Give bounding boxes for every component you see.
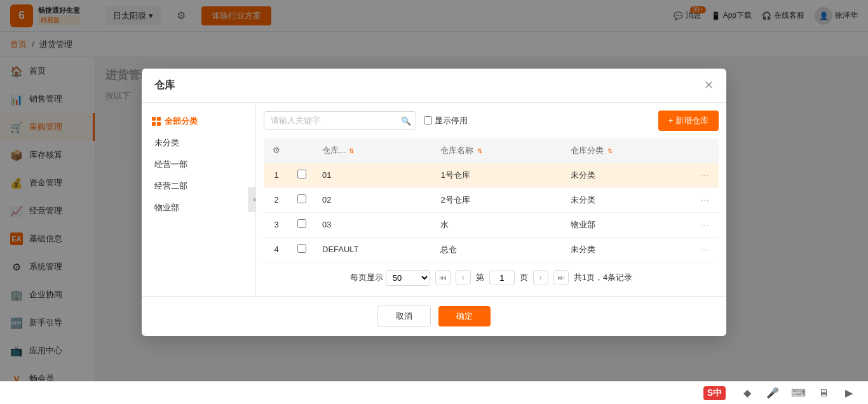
cat-item-unclassified[interactable]: 未分类 (142, 132, 255, 154)
monitor-icon[interactable]: 🖥 (815, 384, 832, 402)
row-code: 01 (315, 163, 433, 187)
next-page-button[interactable]: › (533, 270, 548, 285)
search-wrap: 🔍 (264, 111, 416, 130)
s-logo: S中 (703, 386, 726, 400)
row-code: 02 (315, 187, 433, 212)
col-code: 仓库... ⇅ (315, 138, 433, 163)
row-select-3[interactable] (297, 219, 306, 228)
cancel-button[interactable]: 取消 (377, 306, 431, 327)
table-header: ⚙ 仓库... ⇅ 仓库名称 ⇅ (264, 138, 719, 163)
col-actions (693, 138, 719, 163)
row-checkbox-cell (289, 212, 315, 237)
grid-icon (152, 117, 161, 126)
sort-icon-name: ⇅ (477, 147, 482, 154)
per-page-dropdown[interactable]: 50 100 200 (386, 270, 430, 286)
row-checkbox-cell (289, 237, 315, 262)
category-all-label: 全部分类 (165, 116, 198, 127)
row-category: 未分类 (563, 187, 693, 212)
first-page-button[interactable]: ⏮ (435, 270, 451, 285)
row-select-4[interactable] (297, 244, 306, 253)
col-checkbox (289, 138, 315, 163)
row-select-2[interactable] (297, 194, 306, 203)
row-name: 2号仓库 (433, 187, 563, 212)
row-name: 总仓 (433, 237, 563, 262)
page-word: 第 (476, 272, 484, 283)
mic-icon[interactable]: 🎤 (764, 384, 782, 402)
sort-icon-code: ⇅ (349, 147, 354, 154)
col-gear: ⚙ (264, 138, 289, 163)
keyboard-icon[interactable]: ⌨ (789, 384, 807, 402)
row-checkbox-cell (289, 163, 315, 187)
page-size-select: 每页显示 50 100 200 (350, 270, 430, 286)
show-disabled-label[interactable]: 显示停用 (424, 115, 468, 126)
row-no: 1 (264, 163, 289, 187)
show-disabled-checkbox[interactable] (424, 116, 432, 125)
row-no: 2 (264, 187, 289, 212)
bottom-bar: S中 ◆ 🎤 ⌨ 🖥 ▶ (0, 381, 868, 404)
row-checkbox-cell (289, 187, 315, 212)
total-label: 共1页，4条记录 (574, 272, 632, 283)
cat-item-dept1[interactable]: 经营一部 (142, 154, 255, 175)
row-no: 3 (264, 212, 289, 237)
pagination: 每页显示 50 100 200 ⏮ ‹ 第 页 › ⏭ 共1页，4条记录 (264, 262, 719, 288)
page-input[interactable] (489, 271, 515, 285)
warehouse-dialog: 仓库 ✕ 全部分类 未分类 经营一部 经营二部 物业部 (142, 69, 726, 336)
sort-icon-category: ⇅ (607, 147, 613, 154)
category-panel: 全部分类 未分类 经营一部 经营二部 物业部 « (142, 103, 256, 296)
col-category: 仓库分类 ⇅ (563, 138, 693, 163)
row-more[interactable]: ··· (693, 187, 719, 212)
table-panel: 🔍 显示停用 + 新增仓库 ⚙ (256, 103, 726, 296)
dialog-title: 仓库 (154, 79, 175, 92)
dialog-body: 全部分类 未分类 经营一部 经营二部 物业部 « 🔍 (142, 103, 726, 296)
dialog-footer: 取消 确定 (142, 296, 726, 336)
dialog-header: 仓库 ✕ (142, 69, 726, 103)
row-more[interactable]: ··· (693, 237, 719, 262)
row-category: 未分类 (563, 163, 693, 187)
row-select-1[interactable] (297, 170, 306, 178)
close-icon[interactable]: ✕ (704, 79, 714, 91)
row-category: 物业部 (563, 212, 693, 237)
table-toolbar: 🔍 显示停用 + 新增仓库 (264, 111, 719, 131)
table-row[interactable]: 2 02 2号仓库 未分类 ··· (264, 187, 719, 212)
row-code: DEFAULT (315, 237, 433, 262)
modal-overlay: 仓库 ✕ 全部分类 未分类 经营一部 经营二部 物业部 (0, 0, 868, 404)
table-row[interactable]: 1 01 1号仓库 未分类 ··· (264, 163, 719, 187)
search-input[interactable] (264, 111, 416, 130)
collapse-panel-button[interactable]: « (248, 187, 256, 212)
prev-page-button[interactable]: ‹ (456, 270, 471, 285)
table-container: ⚙ 仓库... ⇅ 仓库名称 ⇅ (264, 138, 719, 262)
per-page-label: 每页显示 (350, 272, 383, 283)
row-name: 水 (433, 212, 563, 237)
category-header[interactable]: 全部分类 (142, 111, 255, 132)
row-no: 4 (264, 237, 289, 262)
diamond-icon[interactable]: ◆ (738, 384, 756, 402)
col-name: 仓库名称 ⇅ (433, 138, 563, 163)
row-more[interactable]: ··· (693, 163, 719, 187)
add-warehouse-button[interactable]: + 新增仓库 (658, 111, 719, 131)
table-row[interactable]: 4 DEFAULT 总仓 未分类 ··· (264, 237, 719, 262)
row-code: 03 (315, 212, 433, 237)
play-icon[interactable]: ▶ (840, 384, 858, 402)
confirm-button[interactable]: 确定 (438, 306, 491, 327)
gear-icon: ⚙ (273, 145, 280, 155)
table-row[interactable]: 3 03 水 物业部 ··· (264, 212, 719, 237)
row-name: 1号仓库 (433, 163, 563, 187)
search-icon[interactable]: 🔍 (401, 116, 411, 125)
cat-item-property[interactable]: 物业部 (142, 197, 255, 219)
cat-item-dept2[interactable]: 经营二部 (142, 175, 255, 197)
page-unit: 页 (520, 272, 528, 283)
row-category: 未分类 (563, 237, 693, 262)
table-body: 1 01 1号仓库 未分类 ··· 2 (264, 163, 719, 262)
warehouse-table: ⚙ 仓库... ⇅ 仓库名称 ⇅ (264, 138, 719, 262)
row-more[interactable]: ··· (693, 212, 719, 237)
last-page-button[interactable]: ⏭ (553, 270, 569, 285)
